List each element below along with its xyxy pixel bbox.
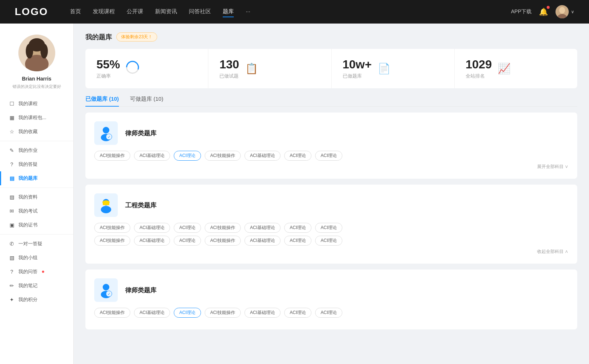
sidebar-menu: ☐ 我的课程 ▦ 我的课程包... ☆ 我的收藏 ✎ 我的作业 ? 我的答疑 ▤ xyxy=(0,97,73,307)
user-menu[interactable]: ∨ xyxy=(556,5,574,18)
expand-text-1[interactable]: 展开全部科目 ∨ xyxy=(537,164,568,169)
sidebar-item-points[interactable]: ✦ 我的积分 xyxy=(0,293,73,307)
course-pkg-icon: ▦ xyxy=(9,115,15,121)
sidebar-label: 我的作业 xyxy=(18,147,38,154)
qbank-header-2: 工程类题库 xyxy=(94,193,568,217)
nav-more[interactable]: ··· xyxy=(246,7,250,17)
sidebar-label: 我的考试 xyxy=(18,208,38,214)
sidebar-item-group[interactable]: ▧ 我的小组 xyxy=(0,251,73,265)
nav-qa[interactable]: 问答社区 xyxy=(189,7,211,17)
sidebar-divider-3 xyxy=(0,234,73,235)
qbank-icon: ▤ xyxy=(9,175,15,181)
sidebar-label: 我的资料 xyxy=(18,194,38,200)
nav-home[interactable]: 首页 xyxy=(70,7,81,17)
svg-text:✓: ✓ xyxy=(107,292,110,296)
expand-row-1[interactable]: 展开全部科目 ∨ xyxy=(94,164,568,170)
qbank-icon-lawyer-2: ✓ xyxy=(94,278,118,302)
tag-3-5[interactable]: ACI理论 xyxy=(284,308,311,318)
svg-point-18 xyxy=(102,200,110,204)
sidebar-item-exam[interactable]: ✉ 我的考试 xyxy=(0,204,73,218)
stat-done-questions: 130 已做试题 📋 xyxy=(208,49,331,88)
trial-badge: 体验剩余23天！ xyxy=(116,32,157,42)
page-title: 我的题库 xyxy=(85,33,112,42)
qbank-card-engineer: 工程类题库 ACI技能操作 ACI基础理论 ACI理论 ACI技能操作 ACI基… xyxy=(85,185,577,264)
svg-point-16 xyxy=(101,206,111,213)
points-icon: ✦ xyxy=(9,297,15,303)
tag-3-4[interactable]: ACI基础理论 xyxy=(244,308,281,318)
tag-1-3[interactable]: ACI技能操作 xyxy=(205,151,241,161)
nav-qbank[interactable]: 题库 xyxy=(223,7,234,17)
tag-2-11[interactable]: ACI基础理论 xyxy=(244,236,281,246)
sidebar-item-qbank[interactable]: ▤ 我的题库 xyxy=(0,171,73,185)
sidebar-item-my-course[interactable]: ☐ 我的课程 xyxy=(0,97,73,111)
stat-accuracy-value: 55% xyxy=(96,58,120,71)
tag-3-6[interactable]: ACI理论 xyxy=(315,308,342,318)
qbank-title-1: 律师类题库 xyxy=(125,129,156,138)
tag-2-4[interactable]: ACI基础理论 xyxy=(244,223,281,233)
tag-2-12[interactable]: ACI理论 xyxy=(284,236,311,246)
tags-row-2b: ACI技能操作 ACI基础理论 ACI理论 ACI技能操作 ACI基础理论 AC… xyxy=(94,236,568,246)
tag-3-1[interactable]: ACI基础理论 xyxy=(134,308,170,318)
tag-3-2[interactable]: ACI理论 xyxy=(174,308,201,318)
nav-discover[interactable]: 发现课程 xyxy=(93,7,115,17)
sidebar-label: 我的课程 xyxy=(18,100,38,107)
tag-2-7[interactable]: ACI技能操作 xyxy=(94,236,130,246)
sidebar-item-favorites[interactable]: ☆ 我的收藏 xyxy=(0,125,73,139)
svg-point-11 xyxy=(103,127,109,133)
stat-accuracy: 55% 正确率 xyxy=(85,49,208,88)
sidebar-item-homework[interactable]: ✎ 我的作业 xyxy=(0,143,73,157)
sidebar-label: 我的小组 xyxy=(18,254,38,261)
tag-2-8[interactable]: ACI基础理论 xyxy=(134,236,170,246)
stat-done-banks-label: 已做题库 xyxy=(343,73,372,79)
nav-news[interactable]: 新闻资讯 xyxy=(155,7,177,17)
tag-2-10[interactable]: ACI技能操作 xyxy=(205,236,241,246)
tag-3-0[interactable]: ACI技能操作 xyxy=(94,308,130,318)
tag-2-13[interactable]: ACI理论 xyxy=(315,236,342,246)
main-content: 我的题库 体验剩余23天！ 55% 正确率 130 xyxy=(74,24,589,364)
sidebar-item-1on1[interactable]: ✆ 一对一答疑 xyxy=(0,237,73,251)
tag-2-1[interactable]: ACI基础理论 xyxy=(134,223,170,233)
tag-2-6[interactable]: ACI理论 xyxy=(315,223,342,233)
materials-icon: ▨ xyxy=(9,194,15,200)
tag-2-2[interactable]: ACI理论 xyxy=(174,223,201,233)
tag-2-9[interactable]: ACI理论 xyxy=(174,236,201,246)
sidebar-item-certificate[interactable]: ▣ 我的证书 xyxy=(0,218,73,232)
expand-text-2[interactable]: 收起全部科目 ∧ xyxy=(537,249,568,254)
page-title-row: 我的题库 体验剩余23天！ xyxy=(85,32,577,42)
tag-1-0[interactable]: ACI技能操作 xyxy=(94,151,130,161)
tag-3-3[interactable]: ACI技能操作 xyxy=(205,308,241,318)
red-dot-indicator xyxy=(42,271,44,273)
expand-row-2[interactable]: 收起全部科目 ∧ xyxy=(94,249,568,255)
sidebar-item-answers[interactable]: ? 我的答疑 xyxy=(0,157,73,171)
tag-1-5[interactable]: ACI理论 xyxy=(284,151,311,161)
tag-1-2[interactable]: ACI理论 xyxy=(174,151,201,161)
stat-rank-label: 全站排名 xyxy=(466,73,492,79)
sidebar-label: 我的题库 xyxy=(18,175,38,182)
logo: LOGO xyxy=(15,6,48,18)
banks-icon: 📄 xyxy=(378,63,391,75)
nav-opencourse[interactable]: 公开课 xyxy=(127,7,143,17)
tag-1-4[interactable]: ACI基础理论 xyxy=(244,151,281,161)
header-right: APP下载 🔔 ∨ xyxy=(511,5,574,18)
tab-done-banks[interactable]: 已做题库 (10) xyxy=(85,96,119,106)
sidebar-item-course-package[interactable]: ▦ 我的课程包... xyxy=(0,111,73,125)
tag-2-5[interactable]: ACI理论 xyxy=(284,223,311,233)
sidebar-label: 我的笔记 xyxy=(18,282,38,289)
notification-bell[interactable]: 🔔 xyxy=(539,7,548,16)
sidebar-divider-2 xyxy=(0,188,73,188)
stat-done-banks-value: 10w+ xyxy=(343,58,372,71)
sidebar-item-notes[interactable]: ✏ 我的笔记 xyxy=(0,279,73,293)
svg-text:✓: ✓ xyxy=(107,135,110,139)
profile-avatar xyxy=(18,35,55,71)
sidebar: Brian Harris 错误的决定比没有决定要好 ☐ 我的课程 ▦ 我的课程包… xyxy=(0,24,74,364)
tab-available-banks[interactable]: 可做题库 (10) xyxy=(130,96,163,106)
sidebar-item-materials[interactable]: ▨ 我的资料 xyxy=(0,190,73,204)
app-download-link[interactable]: APP下载 xyxy=(511,8,532,15)
sidebar-item-my-qa[interactable]: ? 我的问答 xyxy=(0,265,73,279)
tag-1-1[interactable]: ACI基础理论 xyxy=(134,151,170,161)
tag-1-6[interactable]: ACI理论 xyxy=(315,151,342,161)
tag-2-3[interactable]: ACI技能操作 xyxy=(205,223,241,233)
tag-2-0[interactable]: ACI技能操作 xyxy=(94,223,130,233)
svg-point-1 xyxy=(559,7,565,14)
stat-done-questions-value: 130 xyxy=(219,58,239,71)
